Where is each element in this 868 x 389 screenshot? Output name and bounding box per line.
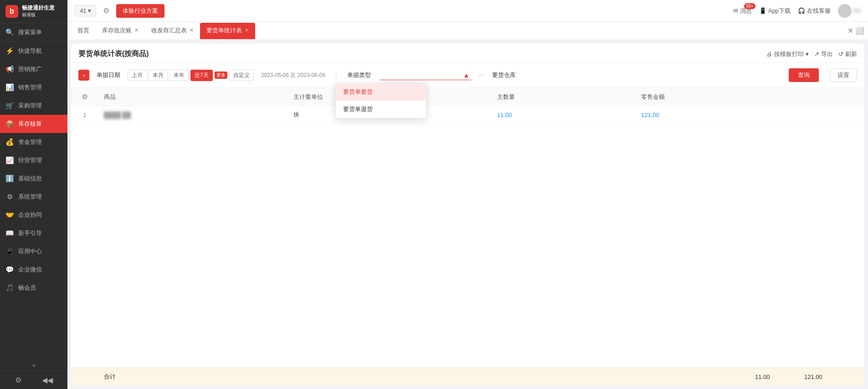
close-tab-icon[interactable]: ✕ xyxy=(245,27,249,33)
sidebar-item-inventory[interactable]: 📦 库存核算 xyxy=(0,115,67,133)
search-icon: 🔍 xyxy=(5,28,14,36)
table-header-row: ⚙ 商品 主计量单位 主数量 零售金额 xyxy=(71,88,864,106)
table-settings-icon[interactable]: ⚙ xyxy=(82,93,88,101)
refresh-label: 刷新 xyxy=(845,50,857,58)
topbar-right: ✉ 消息 99+ 📱 App下载 🎧 在线客服 Rit xyxy=(733,4,861,18)
topbar: 41 ▾ ⚙ 体验行业方案 ✉ 消息 99+ 📱 App下载 🎧 在线客服 R xyxy=(67,0,868,22)
product-name: ████ ██ xyxy=(104,112,131,118)
maximize-icon[interactable]: ⬜ xyxy=(855,26,864,35)
topbar-left: 41 ▾ ⚙ 体验行业方案 xyxy=(75,4,733,18)
sidebar-item-label: 经营管理 xyxy=(18,156,42,164)
dropdown-item-order-goods[interactable]: 要货单要货 xyxy=(336,83,426,101)
row-qty[interactable]: 11.00 xyxy=(492,106,636,124)
table-footer: 合计 11.00 121.00 xyxy=(71,368,864,385)
quick-nav-icon: ⚡ xyxy=(5,47,14,55)
close-tab-icon[interactable]: ✕ xyxy=(134,27,139,33)
sidebar-item-guide[interactable]: 📖 新手引导 xyxy=(0,224,67,242)
date-label: 单据日期 xyxy=(97,71,120,79)
sidebar-item-label: 快捷导航 xyxy=(18,47,42,55)
tab-home[interactable]: 首页 xyxy=(71,23,96,39)
sidebar-item-quick-nav[interactable]: ⚡ 快捷导航 xyxy=(0,42,67,60)
operations-icon: 📈 xyxy=(5,156,14,164)
app-center-icon: 📱 xyxy=(5,247,14,256)
query-button[interactable]: 查询 xyxy=(789,68,819,82)
app-download-button[interactable]: 📱 App下载 xyxy=(759,7,791,15)
sidebar-item-purchase[interactable]: 🛒 采购管理 xyxy=(0,97,67,115)
user-name: Rit xyxy=(853,7,861,14)
purchase-icon: 🛒 xyxy=(5,102,14,110)
sidebar-settings-icon[interactable]: ⚙ xyxy=(15,376,21,384)
user-avatar[interactable]: Rit xyxy=(838,4,861,18)
select-arrow-up-icon[interactable]: ▲ xyxy=(463,72,469,79)
message-icon: ✉ xyxy=(733,7,738,14)
sidebar-item-finance[interactable]: 💰 资金管理 xyxy=(0,133,67,151)
sidebar-item-label: 系统管理 xyxy=(18,193,42,201)
close-all-tabs-icon[interactable]: ✕ xyxy=(847,26,853,35)
sidebar-item-label: 营销推广 xyxy=(18,65,42,73)
sidebar-item-app-center[interactable]: 📱 应用中心 xyxy=(0,242,67,261)
sidebar-item-label: 新手引导 xyxy=(18,229,42,237)
tab-inventory-batch[interactable]: 库存批次账 ✕ xyxy=(96,23,145,39)
topbar-settings-icon[interactable]: ⚙ xyxy=(100,5,113,17)
row-index: 1 xyxy=(71,106,98,124)
date-btn-this-year[interactable]: 本年 xyxy=(169,70,189,81)
app-name: 畅捷通好生意 xyxy=(22,5,55,12)
close-tab-icon[interactable]: ✕ xyxy=(190,27,194,33)
trial-button[interactable]: 体验行业方案 xyxy=(116,4,164,18)
avatar-image xyxy=(838,4,852,18)
date-btn-last-month[interactable]: 上月 xyxy=(128,70,147,81)
row-amount[interactable]: 121.00 xyxy=(636,106,810,124)
print-button[interactable]: 🖨 按模板打印 ▾ xyxy=(766,50,809,58)
row-extra xyxy=(809,106,864,124)
dropdown-item-order-return[interactable]: 要货单退货 xyxy=(336,101,426,118)
message-button[interactable]: ✉ 消息 99+ xyxy=(733,7,752,15)
tab-bar: 首页 库存批次账 ✕ 收发存汇总表 ✕ 要货单统计表 ✕ ✕ ⬜ xyxy=(67,22,868,40)
app-version: 标准版 xyxy=(22,12,55,18)
date-btn-custom[interactable]: 自定义 xyxy=(229,70,254,81)
refresh-icon: ↺ xyxy=(838,51,843,57)
wechat-icon: 💬 xyxy=(5,266,14,274)
tab-label: 要货单统计表 xyxy=(206,26,242,35)
search-menu[interactable]: 🔍 搜索菜单 xyxy=(0,23,67,42)
tab-stock-summary[interactable]: 收发存汇总表 ✕ xyxy=(145,23,200,39)
sidebar-item-operations[interactable]: 📈 经营管理 xyxy=(0,151,67,169)
sidebar-item-marketing[interactable]: 📢 营销推广 xyxy=(0,60,67,78)
tab-label: 库存批次账 xyxy=(102,26,132,35)
sidebar-collapse-icon[interactable]: ◀◀ xyxy=(42,376,53,384)
filter-row: › 单据日期 上月 本月 本年 近7天 更多 自定义 2023-05-06 至 … xyxy=(78,68,857,82)
col-settings[interactable]: ⚙ xyxy=(71,88,98,106)
sidebar-item-wechat[interactable]: 💬 企业微信 xyxy=(0,261,67,279)
expand-filter-button[interactable]: › xyxy=(78,70,89,81)
filter-settings-button[interactable]: 设置 xyxy=(830,68,857,82)
type-select-input[interactable] xyxy=(380,70,471,80)
col-extra xyxy=(809,88,864,106)
app-logo: b 畅捷通好生意 标准版 xyxy=(0,0,67,23)
dropdown-item-label: 要货单要货 xyxy=(343,88,373,95)
sidebar-item-system[interactable]: ⚙ 系统管理 xyxy=(0,188,67,206)
export-button[interactable]: ↗ 导出 xyxy=(814,50,833,58)
refresh-button[interactable]: ↺ 刷新 xyxy=(838,50,857,58)
sidebar: b 畅捷通好生意 标准版 🔍 搜索菜单 ⚡ 快捷导航 📢 营销推广 📊 销售管理… xyxy=(0,0,67,389)
message-badge: 99+ xyxy=(744,3,755,9)
sidebar-item-base-info[interactable]: ℹ️ 基础信息 xyxy=(0,169,67,188)
date-btn-last-7days[interactable]: 近7天 xyxy=(190,70,213,81)
sidebar-item-enterprise[interactable]: 🤝 企业协同 xyxy=(0,206,67,224)
filter-more-icon[interactable]: ··· xyxy=(478,71,484,79)
col-qty: 主数量 xyxy=(492,88,636,106)
store-selector-chevron-icon: ▾ xyxy=(88,7,91,14)
sidebar-scroll-down[interactable]: ▾ xyxy=(0,360,67,371)
sidebar-item-membership[interactable]: 🎵 畅会员 xyxy=(0,279,67,297)
store-selector[interactable]: 41 ▾ xyxy=(75,5,96,16)
date-btn-this-month[interactable]: 本月 xyxy=(149,70,168,81)
marketing-icon: 📢 xyxy=(5,65,14,73)
export-icon: ↗ xyxy=(814,51,819,57)
guide-icon: 📖 xyxy=(5,229,14,237)
online-service-button[interactable]: 🎧 在线客服 xyxy=(798,7,831,15)
tab-order-stats[interactable]: 要货单统计表 ✕ xyxy=(200,23,255,39)
sidebar-item-sales[interactable]: 📊 销售管理 xyxy=(0,78,67,97)
phone-icon: 📱 xyxy=(759,7,766,14)
export-label: 导出 xyxy=(821,50,833,58)
sidebar-item-label: 销售管理 xyxy=(18,83,42,92)
warehouse-label: 要货仓库 xyxy=(492,71,516,79)
print-chevron-icon: ▾ xyxy=(806,51,809,57)
